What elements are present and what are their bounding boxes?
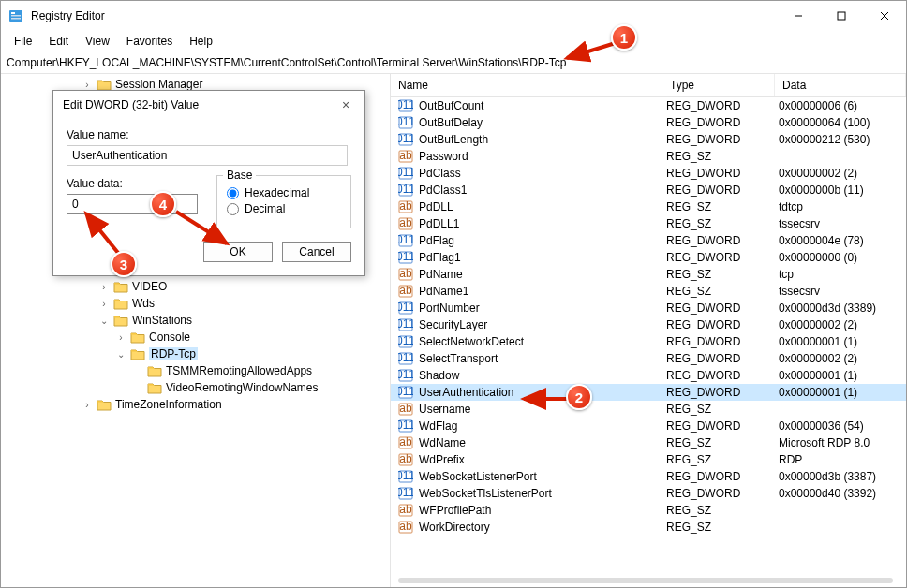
value-row[interactable]: abPdName1REG_SZtssecsrv [391,283,906,300]
value-row[interactable]: abPdDLL1REG_SZtssecsrv [391,215,906,232]
minimize-button[interactable] [777,1,820,31]
string-icon: ab [398,216,413,231]
svg-text:ab: ab [399,452,412,465]
dword-icon: 011 [398,486,413,501]
tree-node[interactable]: ›TimeZoneInformation [1,396,390,413]
value-row[interactable]: 011WebSocketListenerPortREG_DWORD0x00000… [391,468,906,485]
radio-decimal[interactable]: Decimal [227,202,341,215]
value-row[interactable]: 011OutBufCountREG_DWORD0x00000006 (6) [391,97,906,114]
value-type: REG_SZ [666,217,779,230]
value-type: REG_DWORD [666,470,779,483]
string-icon: ab [398,284,413,299]
value-data: 0x00000002 (2) [779,318,906,331]
folder-icon [97,78,112,91]
value-row[interactable]: abPasswordREG_SZ [391,148,906,165]
dword-icon: 011 [398,419,413,434]
value-type: REG_DWORD [666,99,779,112]
value-row[interactable]: 011SecurityLayerREG_DWORD0x00000002 (2) [391,316,906,333]
string-icon: ab [398,267,413,282]
value-name: Password [419,150,666,163]
expand-icon[interactable]: › [113,332,128,343]
value-row[interactable]: abWdNameREG_SZMicrosoft RDP 8.0 [391,434,906,451]
value-row[interactable]: abUsernameREG_SZ [391,401,906,418]
value-name: PdFlag [419,234,666,247]
tree-node[interactable]: ⌄WinStations [1,312,390,329]
value-row[interactable]: 011PortNumberREG_DWORD0x00000d3d (3389) [391,300,906,316]
value-name: Shadow [419,369,666,382]
tree-node[interactable]: ›VIDEO [1,278,390,295]
value-data: 0x00000000 (0) [779,251,906,264]
value-row[interactable]: abWFProfilePathREG_SZ [391,502,906,519]
value-row[interactable]: 011WebSocketTlsListenerPortREG_DWORD0x00… [391,485,906,502]
value-data: 0x00000036 (54) [779,419,906,433]
cancel-button[interactable]: Cancel [282,242,351,262]
dialog-close-button[interactable]: × [336,97,355,112]
value-type: REG_DWORD [666,184,779,197]
svg-text:ab: ab [399,503,412,516]
tree-node[interactable]: ›Wds [1,295,390,312]
value-row[interactable]: 011PdFlag1REG_DWORD0x00000000 (0) [391,249,906,266]
expand-icon[interactable]: › [80,400,95,410]
value-name-field[interactable]: UserAuthentication [67,145,348,166]
value-data: tssecsrv [779,285,906,298]
value-row[interactable]: 011PdClass1REG_DWORD0x0000000b (11) [391,182,906,198]
tree-node[interactable]: TSMMRemotingAllowedApps [1,362,390,379]
value-type: REG_SZ [666,150,779,163]
list-pane[interactable]: Name Type Data 011OutBufCountREG_DWORD0x… [391,74,906,587]
value-row[interactable]: 011PdFlagREG_DWORD0x0000004e (78) [391,232,906,249]
close-button[interactable] [863,1,906,31]
menu-file[interactable]: File [7,33,39,50]
maximize-button[interactable] [820,1,863,31]
menu-help[interactable]: Help [182,33,220,50]
menu-view[interactable]: View [78,33,117,50]
value-row[interactable]: abWdPrefixREG_SZRDP [391,451,906,468]
svg-text:ab: ab [399,267,412,280]
col-data[interactable]: Data [775,74,906,96]
value-name: WdFlag [419,419,666,433]
svg-rect-1 [11,12,15,14]
value-data: 0x00000002 (2) [779,352,906,365]
radio-hexadecimal[interactable]: Hexadecimal [227,186,341,199]
svg-text:ab: ab [399,402,412,415]
tree-node[interactable]: ⌄RDP-Tcp [1,345,390,362]
tree-node[interactable]: ›Console [1,329,390,345]
dword-icon: 011 [398,334,413,349]
folder-icon [113,314,128,327]
tree-node[interactable]: VideoRemotingWindowNames [1,379,390,396]
expand-icon[interactable]: › [80,80,95,90]
value-row[interactable]: 011UserAuthenticationREG_DWORD0x00000001… [391,384,906,401]
svg-text:011: 011 [398,115,413,128]
value-row[interactable]: abPdDLLREG_SZtdtcp [391,198,906,215]
value-name: PdFlag1 [419,251,666,264]
value-row[interactable]: 011SelectNetworkDetectREG_DWORD0x0000000… [391,333,906,350]
value-type: REG_SZ [666,453,779,466]
expand-icon[interactable]: ⌄ [113,349,128,360]
value-row[interactable]: 011OutBufLengthREG_DWORD0x00000212 (530) [391,131,906,148]
address-input[interactable] [5,54,902,71]
expand-icon[interactable]: › [97,282,112,292]
value-row[interactable]: 011ShadowREG_DWORD0x00000001 (1) [391,367,906,384]
expand-icon[interactable]: › [97,299,112,309]
value-data: tssecsrv [779,217,906,230]
string-icon: ab [398,402,413,417]
value-row[interactable]: 011PdClassREG_DWORD0x00000002 (2) [391,165,906,182]
menu-edit[interactable]: Edit [41,33,76,50]
value-row[interactable]: 011WdFlagREG_DWORD0x00000036 (54) [391,418,906,434]
col-name[interactable]: Name [391,74,662,96]
dword-icon: 011 [398,368,413,383]
value-name: PortNumber [419,301,666,315]
value-row[interactable]: abPdNameREG_SZtcp [391,266,906,283]
value-type: REG_DWORD [666,133,779,146]
horizontal-scrollbar[interactable] [391,576,900,585]
dword-icon: 011 [398,166,413,181]
value-row[interactable]: 011OutBufDelayREG_DWORD0x00000064 (100) [391,114,906,131]
expand-icon[interactable]: ⌄ [97,316,112,326]
svg-line-62 [86,213,118,253]
value-row[interactable]: abWorkDirectoryREG_SZ [391,519,906,536]
menu-favorites[interactable]: Favorites [119,33,180,50]
value-row[interactable]: 011SelectTransportREG_DWORD0x00000002 (2… [391,350,906,367]
value-type: REG_DWORD [666,318,779,331]
string-icon: ab [398,503,413,518]
svg-text:ab: ab [399,520,412,533]
col-type[interactable]: Type [662,74,775,96]
